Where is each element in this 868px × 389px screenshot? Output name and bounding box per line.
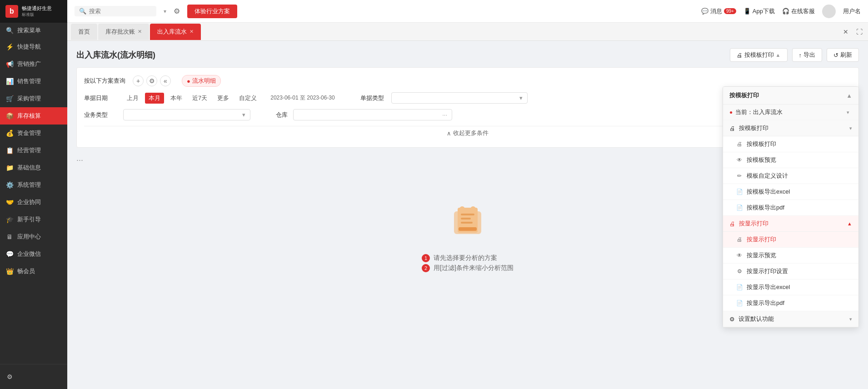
template-print-icon: 🖨 bbox=[736, 140, 743, 148]
dropdown-current-item[interactable]: ● 当前：出入库流水 ▾ bbox=[723, 105, 858, 120]
export-label: 导出 bbox=[803, 51, 815, 59]
current-item-chevron: ▾ bbox=[847, 110, 849, 115]
refresh-button[interactable]: ↺ 刷新 bbox=[827, 48, 859, 62]
filter-active-tag[interactable]: ● 流水明细 bbox=[182, 75, 221, 87]
filter-doctype-select[interactable]: ▾ bbox=[391, 92, 528, 104]
sidebar-item-search[interactable]: 🔍 搜索菜单 bbox=[0, 23, 67, 38]
template-design-label: 模板自定义设计 bbox=[747, 172, 788, 180]
template-design-icon: ✏ bbox=[736, 172, 743, 180]
sidebar-item-operations[interactable]: 📋 经营管理 bbox=[0, 142, 67, 159]
date-tabs: 上月 本月 本年 近7天 更多 自定义 bbox=[123, 93, 260, 104]
topbar-right: 💬 消息 99+ 📱 App下载 🎧 在线客服 用户名 bbox=[701, 5, 861, 18]
sidebar-settings-btn[interactable]: ⚙ bbox=[0, 368, 67, 385]
sidebar-item-sales[interactable]: 📊 销售管理 bbox=[0, 73, 67, 90]
dropdown-item-template-pdf[interactable]: 📄 按模板导出pdf bbox=[723, 200, 858, 216]
topbar-search-box[interactable]: 🔍 bbox=[75, 6, 156, 16]
empty-steps: 1 请先选择要分析的方案 2 用[过滤]条件来缩小分析范围 bbox=[422, 252, 514, 274]
dropdown-item-template-print[interactable]: 🖨 按模板打印 bbox=[723, 136, 858, 152]
online-service-icon: 🎧 bbox=[782, 8, 789, 15]
toolbar-more-icon[interactable]: ··· bbox=[76, 155, 83, 165]
topbar-search-input[interactable] bbox=[89, 8, 144, 15]
step-2-number: 2 bbox=[422, 264, 430, 272]
dropdown-item-display-print[interactable]: 🖨 按显示打印 bbox=[723, 232, 858, 248]
sidebar-logo: b 畅捷通好生意 标准版 bbox=[0, 0, 67, 23]
topbar-online-service[interactable]: 🎧 在线客服 bbox=[782, 7, 815, 15]
template-excel-icon: 📄 bbox=[736, 188, 743, 195]
app-name: 畅捷通好生意 bbox=[22, 5, 52, 11]
sidebar-item-finance[interactable]: 💰 资金管理 bbox=[0, 125, 67, 142]
dropdown-item-template-preview[interactable]: 👁 按模板预览 bbox=[723, 152, 858, 168]
quick-nav-icon: ⚡ bbox=[5, 43, 14, 51]
industry-solution-button[interactable]: 体验行业方案 bbox=[187, 5, 237, 18]
sidebar-item-app-center[interactable]: 🖥 应用中心 bbox=[0, 228, 67, 245]
sidebar-item-inventory[interactable]: 📦 库存核算 bbox=[0, 107, 67, 125]
display-excel-icon: 📄 bbox=[736, 284, 743, 291]
sidebar-item-quick-nav[interactable]: ⚡ 快捷导航 bbox=[0, 38, 67, 55]
sidebar-item-marketing[interactable]: 📢 营销推广 bbox=[0, 55, 67, 73]
dropdown-section-template-header[interactable]: 🖨 按模板打印 ▾ bbox=[723, 120, 858, 136]
sidebar-item-system[interactable]: ⚙️ 系统管理 bbox=[0, 176, 67, 194]
dropdown-item-display-settings[interactable]: ⚙ 按显示打印设置 bbox=[723, 264, 858, 279]
dropdown-section-display-header[interactable]: 🖨 按显示打印 ▲ bbox=[723, 216, 858, 232]
operations-icon: 📋 bbox=[5, 146, 14, 155]
display-print-section-label: 按显示打印 bbox=[739, 219, 768, 228]
dropdown-item-template-design[interactable]: ✏ 模板自定义设计 bbox=[723, 168, 858, 184]
dropdown-item-template-excel[interactable]: 📄 按模板导出excel bbox=[723, 184, 858, 200]
dropdown-expand-icon[interactable]: ▲ bbox=[846, 92, 852, 99]
refresh-icon: ↺ bbox=[833, 52, 838, 59]
tab-home[interactable]: 首页 bbox=[71, 24, 97, 40]
tab-stock-flow-close[interactable]: ✕ bbox=[190, 29, 194, 35]
topbar-messages[interactable]: 💬 消息 99+ bbox=[701, 7, 736, 15]
template-print-section-label: 按模板打印 bbox=[739, 124, 768, 132]
sidebar-item-enterprise[interactable]: 🤝 企业协同 bbox=[0, 194, 67, 211]
date-tab-custom[interactable]: 自定义 bbox=[235, 93, 260, 104]
export-icon: ↑ bbox=[799, 52, 802, 59]
sidebar-item-member[interactable]: 👑 畅会员 bbox=[0, 263, 67, 280]
dropdown-item-display-pdf[interactable]: 📄 按显示导出pdf bbox=[723, 295, 858, 311]
dropdown-item-display-excel[interactable]: 📄 按显示导出excel bbox=[723, 279, 858, 295]
display-preview-icon: 👁 bbox=[736, 252, 743, 259]
sidebar-item-purchase[interactable]: 🛒 采购管理 bbox=[0, 90, 67, 107]
dropdown-section-default-header[interactable]: ⚙ 设置默认功能 ▾ bbox=[723, 311, 858, 327]
user-avatar[interactable] bbox=[822, 5, 836, 18]
export-button[interactable]: ↑ 导出 bbox=[792, 48, 823, 62]
filter-add-button[interactable]: + bbox=[133, 75, 144, 86]
date-tab-more[interactable]: 更多 bbox=[214, 93, 233, 104]
basic-info-icon: 📁 bbox=[5, 164, 14, 172]
search-icon: 🔍 bbox=[5, 26, 14, 35]
filter-warehouse-select[interactable]: ··· bbox=[293, 109, 452, 120]
filter-doctype-label: 单据类型 bbox=[360, 94, 388, 102]
topbar-gear-icon[interactable]: ⚙ bbox=[174, 7, 180, 15]
sidebar-bottom: ⚙ bbox=[0, 364, 67, 389]
topbar-search-chevron[interactable]: ▾ bbox=[164, 8, 166, 15]
date-tab-7days[interactable]: 近7天 bbox=[189, 93, 211, 104]
system-icon: ⚙️ bbox=[5, 181, 14, 189]
display-print-label: 按显示打印 bbox=[747, 235, 776, 244]
tab-inventory-batch-close[interactable]: ✕ bbox=[138, 29, 142, 35]
tab-stock-flow[interactable]: 出入库流水 ✕ bbox=[150, 24, 201, 40]
filter-settings-button[interactable]: ⚙ bbox=[146, 75, 157, 86]
tab-inventory-batch[interactable]: 库存批次账 ✕ bbox=[98, 24, 149, 40]
date-tab-last-month[interactable]: 上月 bbox=[123, 93, 142, 104]
date-tab-this-month[interactable]: 本月 bbox=[145, 93, 164, 104]
display-print-section-icon: 🖨 bbox=[729, 220, 735, 227]
print-template-button[interactable]: 🖨 按模板打印 ▲ bbox=[730, 48, 788, 62]
dropdown-header-actions: ▲ bbox=[846, 92, 852, 99]
date-tab-this-year[interactable]: 本年 bbox=[167, 93, 186, 104]
inventory-icon: 📦 bbox=[5, 112, 14, 120]
filter-tag-label: 流水明细 bbox=[192, 77, 216, 85]
default-section-chevron: ▾ bbox=[849, 316, 852, 322]
sidebar-item-wechat[interactable]: 💬 企业微信 bbox=[0, 245, 67, 263]
sales-icon: 📊 bbox=[5, 77, 14, 85]
filter-collapse-button[interactable]: « bbox=[160, 75, 171, 86]
window-maximize-btn[interactable]: ⛶ bbox=[854, 27, 864, 37]
topbar-app-download[interactable]: 📱 App下载 bbox=[743, 7, 775, 15]
filter-biztype-select[interactable]: ▾ bbox=[123, 109, 250, 120]
app-download-icon: 📱 bbox=[743, 8, 751, 15]
filter-settings-icon: ⚙ bbox=[149, 77, 155, 85]
window-close-btn[interactable]: ✕ bbox=[841, 27, 851, 37]
sidebar-item-guide[interactable]: 🎓 新手引导 bbox=[0, 211, 67, 228]
dropdown-item-display-preview[interactable]: 👁 按显示预览 bbox=[723, 248, 858, 264]
sidebar-item-basic-info[interactable]: 📁 基础信息 bbox=[0, 159, 67, 176]
print-dropdown-panel: 按模板打印 ▲ ● 当前：出入库流水 ▾ 🖨 按模板打印 ▾ 🖨 bbox=[723, 86, 859, 328]
